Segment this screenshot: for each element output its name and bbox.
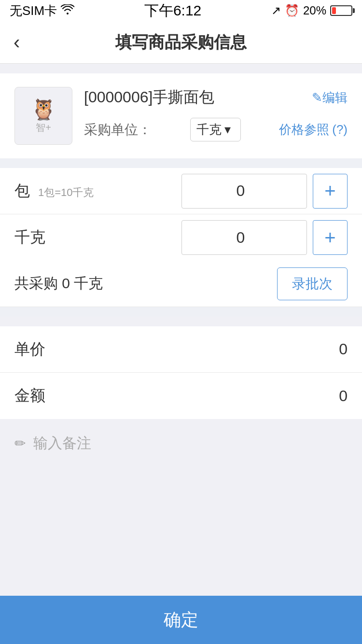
- purchase-unit-label: 采购单位：: [84, 121, 152, 139]
- unit-price-row: 单价 0: [0, 326, 362, 373]
- total-label: 共采购 0 千克: [14, 274, 103, 294]
- kg-input-row: 千克 +: [0, 214, 362, 261]
- amount-label: 金额: [14, 385, 45, 406]
- price-section: 单价 0 金额 0: [0, 326, 362, 419]
- battery-fill: [332, 7, 336, 14]
- unit-value: 千克: [196, 121, 222, 138]
- pack-quantity-input[interactable]: [181, 174, 307, 209]
- divider-1: [0, 158, 362, 168]
- pack-label: 包: [14, 182, 30, 199]
- price-ref-label: 价格参照: [279, 121, 329, 138]
- amount-row: 金额 0: [0, 373, 362, 419]
- status-bar: 无SIM卡 下午6:12 ↗ ⏰ 20%: [0, 0, 362, 21]
- price-ref-help-icon: (?): [332, 122, 348, 137]
- battery-icon: [330, 5, 352, 16]
- amount-value: 0: [339, 387, 348, 405]
- product-thumbnail: 🦉 智+: [14, 87, 72, 145]
- nav-bar: ‹ 填写商品采购信息: [0, 21, 362, 64]
- kg-quantity-input[interactable]: [181, 220, 307, 255]
- status-right: ↗ ⏰ 20%: [271, 4, 352, 17]
- pencil-icon: ✏: [14, 435, 26, 451]
- kg-plus-button[interactable]: +: [313, 220, 348, 255]
- carrier-text: 无SIM卡: [10, 2, 57, 19]
- pack-label-group: 包 1包=10千克: [14, 181, 94, 202]
- kg-input-right: +: [181, 220, 348, 255]
- pack-input-right: +: [181, 174, 348, 209]
- wifi-icon: [61, 3, 74, 18]
- unit-select[interactable]: 千克 ▾: [190, 118, 241, 141]
- dropdown-arrow-icon: ▾: [224, 122, 231, 137]
- page-title: 填写商品采购信息: [115, 31, 247, 54]
- back-button[interactable]: ‹: [14, 31, 20, 53]
- purchase-unit-row: 采购单位： 千克 ▾ 价格参照 (?): [84, 118, 348, 141]
- remark-section[interactable]: ✏ 输入备注: [0, 419, 362, 477]
- pack-plus-button[interactable]: +: [313, 174, 348, 209]
- alarm-icon: ⏰: [285, 4, 299, 17]
- battery-pct: 20%: [303, 4, 326, 17]
- remark-placeholder: 输入备注: [33, 434, 91, 453]
- product-name: [0000006]手撕面包: [84, 87, 214, 108]
- kg-label: 千克: [14, 228, 45, 246]
- unit-price-value: 0: [339, 340, 348, 358]
- product-info: [0000006]手撕面包 ✎编辑 采购单位： 千克 ▾ 价格参照 (?): [84, 87, 348, 141]
- product-thumb-label: 智+: [36, 121, 51, 134]
- price-ref-button[interactable]: 价格参照 (?): [279, 121, 348, 138]
- status-time: 下午6:12: [144, 1, 201, 21]
- record-batch-button[interactable]: 录批次: [277, 267, 348, 300]
- pack-sub-label: 1包=10千克: [38, 186, 94, 198]
- product-card: 🦉 智+ [0000006]手撕面包 ✎编辑 采购单位： 千克 ▾ 价格参照 (…: [0, 73, 362, 158]
- total-row: 共采购 0 千克 录批次: [0, 261, 362, 307]
- input-section: 包 1包=10千克 + 千克 +: [0, 168, 362, 261]
- product-name-row: [0000006]手撕面包 ✎编辑: [84, 87, 348, 108]
- status-left: 无SIM卡: [10, 2, 74, 19]
- edit-button[interactable]: ✎编辑: [312, 89, 348, 106]
- unit-price-label: 单价: [14, 339, 45, 360]
- product-owl-icon: 🦉: [31, 98, 56, 121]
- confirm-button[interactable]: 确定: [0, 596, 362, 644]
- kg-label-group: 千克: [14, 227, 45, 248]
- pack-input-row: 包 1包=10千克 +: [0, 168, 362, 214]
- divider-2: [0, 307, 362, 317]
- location-icon: ↗: [271, 4, 281, 17]
